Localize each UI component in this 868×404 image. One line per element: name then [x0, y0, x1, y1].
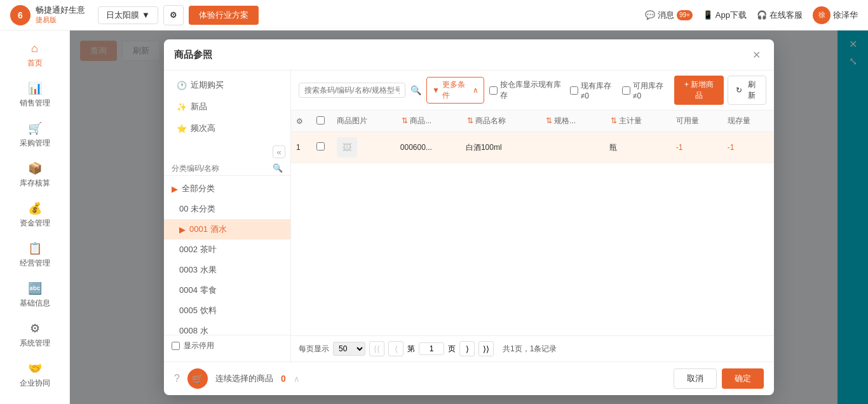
category-drinks[interactable]: 0005 饮料: [164, 300, 290, 321]
modal-close-button[interactable]: ✕: [749, 47, 764, 62]
th-stock: 现存量: [722, 111, 774, 132]
category-list: ▶ 全部分类 00 未分类 ▶ 0001 酒水 0002 茶: [164, 178, 290, 335]
cancel-button[interactable]: 取消: [674, 368, 717, 389]
sidebar-label-operations: 经营管理: [20, 258, 50, 269]
gear-button[interactable]: ⚙: [163, 5, 184, 25]
category-alcohol-arrow: ▶: [179, 225, 186, 234]
app-label: App下载: [715, 10, 747, 21]
show-disabled-label: 显示停用: [184, 340, 214, 351]
sidebar-item-sales[interactable]: 📊 销售管理: [0, 75, 69, 115]
category-snacks[interactable]: 0004 零食: [164, 280, 290, 300]
category-fruit[interactable]: 0003 水果: [164, 260, 290, 280]
sidebar-item-home[interactable]: ⌂ 首页: [0, 36, 69, 75]
service-item[interactable]: 🎧 在线客服: [757, 10, 803, 21]
shortcut-recent[interactable]: 🕐 近期购买: [169, 76, 285, 95]
check-warehouse-label: 按仓库显示现有库存: [500, 79, 565, 101]
exp-button[interactable]: 体验行业方案: [189, 6, 259, 25]
category-unclassified[interactable]: 00 未分类: [164, 199, 290, 219]
th-spec[interactable]: ⇅ 规格...: [539, 111, 604, 132]
nav-dropdown-label: 日太阳膜: [106, 10, 139, 21]
logo-name: 畅捷通好生意: [36, 5, 85, 15]
check-warehouse[interactable]: 按仓库显示现有库存: [489, 79, 565, 101]
page-input[interactable]: [419, 342, 444, 355]
filter-button[interactable]: ▼ 更多条件 ∧: [426, 77, 484, 104]
mobile-icon: 📱: [703, 10, 713, 20]
sidebar-item-inventory[interactable]: 📦 库存核算: [0, 155, 69, 195]
star-icon: ⭐: [177, 124, 187, 133]
app-download-item[interactable]: 📱 App下载: [703, 10, 747, 21]
check-stock-nonzero[interactable]: 现有库存≠0: [570, 81, 617, 100]
product-search-icon[interactable]: 🔍: [410, 85, 421, 95]
show-disabled-checkbox[interactable]: [172, 342, 180, 350]
sidebar-item-finance[interactable]: 💰 资金管理: [0, 195, 69, 235]
logo-sub: 捷易版: [36, 15, 85, 25]
refresh-button[interactable]: ↻ 刷新: [728, 76, 766, 105]
category-alcohol[interactable]: ▶ 0001 酒水: [164, 219, 290, 239]
dropdown-arrow-icon: ▼: [142, 10, 150, 20]
first-page-button[interactable]: ⟨⟨: [369, 341, 384, 356]
th-code[interactable]: ⇅ 商品...: [395, 111, 461, 132]
th-name[interactable]: ⇅ 商品名称: [461, 111, 539, 132]
sidebar-label-finance: 资金管理: [20, 218, 50, 229]
avatar-label: 徐: [818, 10, 825, 20]
next-page-button[interactable]: ⟩: [459, 341, 475, 356]
top-nav: 6 畅捷通好生意 捷易版 日太阳膜 ▼ ⚙ 体验行业方案 💬 消息 99+ 📱 …: [0, 0, 868, 30]
modal-header: 商品参照 ✕: [164, 39, 774, 71]
add-product-button[interactable]: + 新增商品: [674, 76, 724, 105]
user-name: 徐泽华: [833, 10, 858, 21]
check-available-nonzero-input[interactable]: [622, 86, 630, 95]
basic-icon: 🔤: [28, 281, 42, 295]
sidebar-item-system[interactable]: ⚙ 系统管理: [0, 315, 69, 355]
prev-page-button[interactable]: ⟨: [388, 341, 403, 356]
sidebar-item-operations[interactable]: 📋 经营管理: [0, 235, 69, 275]
user-item[interactable]: 徐 徐泽华: [813, 6, 858, 24]
sidebar-item-basic[interactable]: 🔤 基础信息: [0, 275, 69, 315]
check-stock-nonzero-label: 现有库存≠0: [581, 81, 617, 100]
row-checkbox-cell[interactable]: [311, 132, 332, 163]
category-fruit-label: 0003 水果: [179, 264, 217, 276]
last-page-button[interactable]: ⟩⟩: [478, 341, 494, 356]
row-checkbox[interactable]: [316, 142, 325, 151]
category-search-input[interactable]: [172, 164, 270, 173]
row-code: 000600...: [395, 132, 461, 163]
check-available-nonzero-label: 可用库存≠0: [633, 81, 669, 100]
continuous-label: 连续选择的商品: [215, 373, 273, 384]
check-available-nonzero[interactable]: 可用库存≠0: [622, 81, 669, 100]
sidebar: ⌂ 首页 📊 销售管理 🛒 采购管理 📦 库存核算 💰 资金管理 📋 经营管理 …: [0, 30, 70, 404]
confirm-button[interactable]: 确定: [722, 368, 764, 389]
message-item[interactable]: 💬 消息 99+: [645, 10, 693, 21]
row-index: 1: [291, 132, 311, 163]
sidebar-item-enterprise[interactable]: 🤝 企业协同: [0, 355, 69, 395]
shortcut-new[interactable]: ✨ 新品: [169, 97, 285, 116]
modal-body: 🕐 近期购买 ✨ 新品 ⭐ 频次高: [164, 71, 774, 361]
nav-dropdown[interactable]: 日太阳膜 ▼: [98, 6, 158, 24]
sidebar-label-sales: 销售管理: [20, 98, 50, 109]
product-search-input[interactable]: [299, 83, 405, 98]
category-snacks-label: 0004 零食: [179, 285, 217, 296]
check-warehouse-input[interactable]: [489, 86, 498, 95]
sidebar-label-enterprise: 企业协同: [20, 378, 50, 389]
category-water[interactable]: 0008 水: [164, 321, 290, 335]
operations-icon: 📋: [28, 241, 42, 255]
check-stock-nonzero-input[interactable]: [570, 86, 578, 95]
action-btns: + 新增商品 ↻ 刷新: [674, 76, 766, 105]
collapse-button[interactable]: «: [273, 145, 285, 158]
table-row[interactable]: 1 🖼: [291, 132, 774, 163]
category-all[interactable]: ▶ 全部分类: [164, 178, 290, 199]
sidebar-item-purchase[interactable]: 🛒 采购管理: [0, 115, 69, 155]
sidebar-item-guide[interactable]: 📖 新手引导: [0, 395, 69, 404]
help-icon[interactable]: ?: [174, 373, 180, 384]
shortcut-frequent[interactable]: ⭐ 频次高: [169, 119, 285, 138]
select-all-checkbox[interactable]: [316, 116, 325, 125]
cart-button[interactable]: 🛒: [187, 368, 208, 389]
category-tea[interactable]: 0002 茶叶: [164, 239, 290, 260]
logo-area: 6 畅捷通好生意 捷易版: [10, 5, 85, 25]
row-available: -1: [671, 132, 722, 163]
page-size-select[interactable]: 50 100 200: [333, 342, 365, 356]
th-unit[interactable]: ⇅ 主计量: [604, 111, 671, 132]
filter-arrow-icon: ∧: [473, 86, 478, 95]
th-settings[interactable]: ⚙: [291, 111, 311, 132]
category-search-icon[interactable]: 🔍: [273, 163, 283, 173]
row-unit: 瓶: [604, 132, 671, 163]
collapse-footer-icon[interactable]: ∧: [294, 374, 300, 384]
